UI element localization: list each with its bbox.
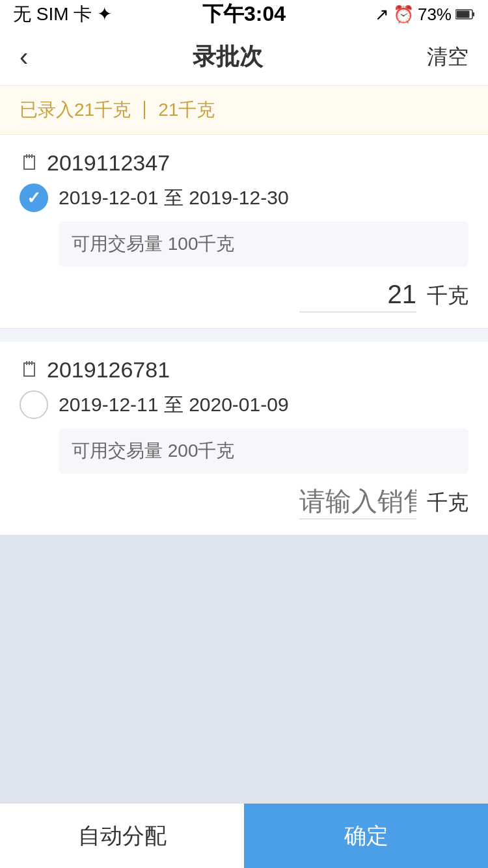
sim-text: 无 SIM 卡 ✦ xyxy=(13,2,112,27)
batch2-date-row: 2019-12-11 至 2020-01-09 xyxy=(20,390,468,419)
info-banner: 已录入21千克 21千克 xyxy=(0,86,488,135)
batch2-radio[interactable] xyxy=(20,390,48,419)
batch2-available: 可用交易量 200千克 xyxy=(59,428,468,474)
batch1-radio[interactable] xyxy=(20,183,48,212)
batch1-id: 2019112347 xyxy=(47,150,170,176)
confirm-button[interactable]: 确定 xyxy=(244,804,488,868)
batch2-input-wrap xyxy=(299,487,416,519)
info-value: 21千克 xyxy=(158,98,215,122)
section-separator xyxy=(0,329,488,342)
batch1-quantity-row: 千克 xyxy=(0,267,488,329)
location-icon: ↗ xyxy=(375,5,389,25)
auto-distribute-button[interactable]: 自动分配 xyxy=(0,804,244,868)
batch1-input-wrap xyxy=(299,280,416,312)
batch2-id: 2019126781 xyxy=(47,357,170,383)
info-divider xyxy=(144,101,145,119)
clear-button[interactable]: 清空 xyxy=(427,43,468,72)
status-left: 无 SIM 卡 ✦ xyxy=(13,2,112,27)
batch2-quantity-input[interactable] xyxy=(299,487,416,519)
bottom-bar: 自动分配 确定 xyxy=(0,803,488,868)
batch1-available: 可用交易量 100千克 xyxy=(59,221,468,267)
back-button[interactable]: ‹ xyxy=(20,42,28,72)
status-time: 下午3:04 xyxy=(202,0,286,29)
gray-area xyxy=(0,535,488,815)
batch1-date: 2019-12-01 至 2019-12-30 xyxy=(59,185,289,211)
info-recorded-label: 已录入21千克 xyxy=(20,98,131,122)
batch2-unit: 千克 xyxy=(427,489,468,517)
battery-text: 73% xyxy=(418,5,452,25)
svg-rect-2 xyxy=(457,10,470,18)
batch1-unit: 千克 xyxy=(427,282,468,310)
status-right: ↗ ⏰ 73% xyxy=(375,5,475,25)
page-title: 录批次 xyxy=(193,41,263,73)
batch2-icon: 🗒 xyxy=(20,358,40,382)
status-bar: 无 SIM 卡 ✦ 下午3:04 ↗ ⏰ 73% xyxy=(0,0,488,29)
batch1-date-row: 2019-12-01 至 2019-12-30 xyxy=(20,183,468,212)
batch1-icon: 🗒 xyxy=(20,151,40,175)
batch-item-1: 🗒 2019112347 2019-12-01 至 2019-12-30 可用交… xyxy=(0,135,488,267)
batch2-quantity-row: 千克 xyxy=(0,474,488,535)
batch1-header: 🗒 2019112347 xyxy=(20,150,468,176)
batch2-header: 🗒 2019126781 xyxy=(20,357,468,383)
batch2-date: 2019-12-11 至 2020-01-09 xyxy=(59,392,289,418)
batch-item-2: 🗒 2019126781 2019-12-11 至 2020-01-09 可用交… xyxy=(0,342,488,474)
svg-rect-1 xyxy=(472,12,474,16)
nav-bar: ‹ 录批次 清空 xyxy=(0,29,488,86)
clock-icon: ⏰ xyxy=(393,5,414,25)
batch1-quantity-input[interactable] xyxy=(299,280,416,312)
battery-icon xyxy=(455,5,475,25)
